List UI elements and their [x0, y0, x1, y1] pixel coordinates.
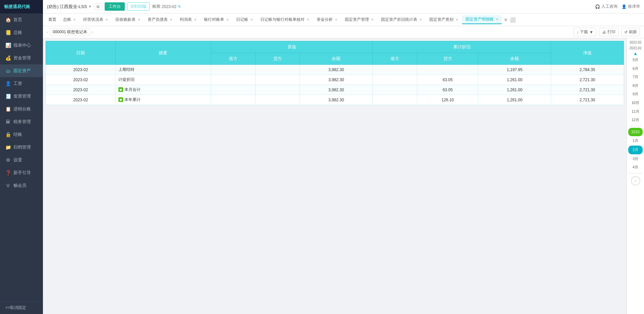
tab-close-fixed-depreciation[interactable]: ✕: [419, 18, 422, 21]
sidebar-item-label: 报表中心: [13, 42, 31, 48]
sidebar-item-capital[interactable]: 💰 资金管理: [0, 52, 43, 64]
tab-close-fixed-mgmt[interactable]: ✕: [371, 18, 374, 21]
scroll-up-button[interactable]: ▲: [633, 51, 638, 56]
month-1[interactable]: 1月: [627, 137, 644, 145]
tab-close-all-icon[interactable]: ✕: [504, 17, 508, 22]
sidebar-item-fixed-assets[interactable]: 🗂 固定资产: [0, 64, 43, 77]
sidebar-item-archive[interactable]: 📁 归档管理: [0, 141, 43, 154]
capital-icon: 💰: [5, 55, 11, 61]
print-button[interactable]: 🖨 打印: [599, 28, 619, 36]
copy-button[interactable]: ⧉: [94, 3, 102, 10]
tab-fixed-mgmt[interactable]: 固定资产管理 ✕: [341, 15, 377, 24]
tab-ledger[interactable]: 总账 ✕: [60, 15, 79, 24]
company-selector[interactable]: (劝告) 江西股业-LSS ▼: [47, 4, 92, 10]
archive-icon: 📁: [5, 145, 11, 150]
table-row: 2023-02 ■本月合计 3,982.30 63.05 1,261.00 2,…: [46, 85, 624, 95]
right-date-top2: 2023.02: [629, 45, 642, 51]
month-8[interactable]: 8月: [627, 82, 644, 90]
cell-orig-credit: [255, 85, 300, 95]
cell-orig-balance: 3,982.30: [300, 65, 373, 75]
download-button[interactable]: ↓ 下载 ▼: [574, 28, 596, 36]
breadcrumb-next[interactable]: ›: [92, 30, 93, 35]
switch-version-button[interactable]: 切到旧版: [127, 2, 150, 11]
tab-fixed-depreciation[interactable]: 固定资产折旧统计表 ✕: [378, 15, 425, 24]
tab-close-ledger[interactable]: ✕: [73, 18, 76, 21]
sidebar-item-label: 首页: [13, 17, 22, 23]
period-display: 账期 2023-02 ✎: [152, 4, 181, 9]
sidebar-item-settings[interactable]: ⚙ 设置: [0, 154, 43, 166]
tab-close-fixed-type[interactable]: ✕: [455, 18, 458, 21]
sidebar-item-guide[interactable]: ❓ 新手引导: [0, 166, 43, 179]
sidebar-item-closing[interactable]: 🔒 结账: [0, 128, 43, 141]
cell-accum-balance: 1,261.00: [478, 95, 551, 105]
user-menu[interactable]: 👤 徐泽华: [622, 4, 640, 9]
company-name: (劝告) 江西股业-LSS: [47, 4, 87, 10]
sidebar-item-home[interactable]: 🏠 首页: [0, 13, 43, 26]
cell-accum-debit: [373, 95, 417, 105]
month-7[interactable]: 7月: [627, 73, 644, 82]
service-button[interactable]: 🎧 人工咨询: [595, 4, 618, 9]
sidebar-item-sales[interactable]: 📋 进销台账: [0, 103, 43, 115]
sidebar-item-tax[interactable]: 🏛 税务管理: [0, 115, 43, 128]
download-icon: ↓: [577, 30, 579, 35]
month-2-active[interactable]: 2月: [628, 146, 643, 154]
row-tag: ■: [118, 97, 123, 102]
tab-close-fixed-detail[interactable]: ✕: [496, 17, 498, 21]
panel-more-icon[interactable]: ○: [631, 176, 640, 186]
user-name: 徐泽华: [628, 4, 640, 9]
month-4[interactable]: 4月: [627, 163, 644, 172]
tab-close-journal[interactable]: ✕: [250, 18, 253, 21]
year-2023[interactable]: 2023: [628, 128, 643, 137]
sidebar-item-label: 设置: [13, 157, 22, 163]
tab-close-balance[interactable]: ✕: [170, 18, 172, 21]
col-original-value: 原值: [211, 41, 373, 53]
sidebar-item-member[interactable]: V 畅会员: [0, 179, 43, 192]
month-11[interactable]: 11月: [627, 107, 644, 116]
month-5[interactable]: 5月: [627, 56, 644, 64]
cell-accum-credit: 63.05: [417, 75, 478, 85]
breadcrumb-prev[interactable]: ‹: [47, 30, 48, 35]
tab-capital-analysis[interactable]: 资金分析 ✕: [313, 15, 341, 24]
sidebar-item-reports[interactable]: 📊 报表中心: [0, 39, 43, 52]
tab-fixed-type[interactable]: 固定资产类别 ✕: [426, 15, 462, 24]
refresh-button[interactable]: ↺ 刷新: [621, 28, 640, 36]
download-label: 下载: [580, 29, 588, 35]
cell-orig-debit: [211, 95, 256, 105]
tab-receivable[interactable]: 应收账龄表 ✕: [112, 15, 144, 24]
sidebar-item-ledger[interactable]: 📒 总账: [0, 26, 43, 39]
tab-profit[interactable]: 利润表 ✕: [176, 15, 200, 24]
month-10[interactable]: 10月: [627, 99, 644, 107]
tab-expand-icon[interactable]: ⬜: [510, 17, 516, 22]
month-6[interactable]: 6月: [627, 64, 644, 73]
tab-home[interactable]: 首页: [46, 15, 59, 24]
tab-close-bank-check[interactable]: ✕: [307, 18, 309, 21]
fixed-asset-detail-table: 日期 摘要 原值 累计折旧 净值 借方 贷方 余额 借方 贷方 余额: [46, 41, 624, 105]
tab-bank-check[interactable]: 日记账与银行对账单核对 ✕: [257, 15, 313, 24]
tab-operation[interactable]: 经营状况表 ✕: [80, 15, 111, 24]
tab-close-profit[interactable]: ✕: [194, 18, 197, 21]
breadcrumb-item[interactable]: 000001 联想笔记本: [50, 28, 90, 36]
toolbar-actions: ↓ 下载 ▼ 🖨 打印 ↺ 刷新: [574, 28, 640, 36]
tab-close-receivable[interactable]: ✕: [138, 18, 140, 21]
tab-close-operation[interactable]: ✕: [105, 18, 108, 21]
tab-journal[interactable]: 日记账 ✕: [233, 15, 256, 24]
cell-orig-balance: 3,982.30: [300, 75, 373, 85]
period-edit-icon[interactable]: ✎: [178, 4, 181, 9]
cell-orig-debit: [211, 75, 256, 85]
tab-close-capital-analysis[interactable]: ✕: [335, 18, 337, 21]
month-9[interactable]: 9月: [627, 90, 644, 99]
cell-accum-balance: 1,197.95: [478, 65, 551, 75]
cell-accum-debit: [373, 85, 417, 95]
sidebar-item-salary[interactable]: 👤 工资: [0, 77, 43, 90]
month-3[interactable]: 3月: [627, 155, 644, 163]
tab-close-bank[interactable]: ✕: [226, 18, 229, 21]
sidebar-unpin-button[interactable]: <<取消固定: [0, 301, 43, 314]
tab-fixed-detail[interactable]: 固定资产明细账 ✕: [462, 15, 502, 24]
tab-bank[interactable]: 银行对账单 ✕: [201, 15, 232, 24]
period-prefix: 账期: [152, 4, 160, 9]
cell-accum-credit: [417, 65, 478, 75]
sidebar-item-invoice[interactable]: 🧾 发票管理: [0, 90, 43, 103]
workbench-button[interactable]: 工作台: [105, 2, 125, 11]
month-12[interactable]: 12月: [627, 116, 644, 124]
tab-balance[interactable]: 资产负债表 ✕: [144, 15, 176, 24]
